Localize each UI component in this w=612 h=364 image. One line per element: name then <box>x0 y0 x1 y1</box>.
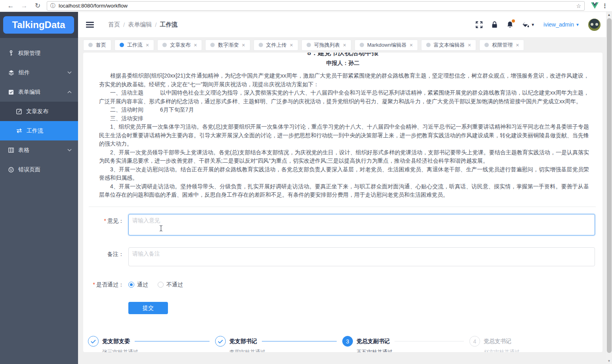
paragraph: 1、组织党员开展一次集体学习活动。各党(总)支部要组织开展一次集体学习讨论，重点… <box>99 123 589 148</box>
sidebar-item-article-publish[interactable]: 文章发布 <box>0 102 78 121</box>
tab-dot-icon <box>210 43 215 47</box>
step-2: 党支部书记 李四审核并通过 <box>215 336 342 352</box>
key-icon <box>8 50 14 56</box>
logo-strip: TalkingData <box>0 12 78 38</box>
tab-richtext-editor[interactable]: 富文本编辑器 × <box>421 40 476 51</box>
browser-chrome: ← → ↻ ⓘ localhost:8080/form/workflow ☆ ⋮ <box>0 0 612 12</box>
close-icon[interactable]: × <box>194 42 197 48</box>
url-bar[interactable]: ⓘ localhost:8080/form/workflow ☆ <box>47 1 585 11</box>
document-body: 根据县委组织部(组织[20xx]21)文件通知精神，为纪念中国共产党建党xx周年… <box>83 72 602 201</box>
table-icon <box>8 148 14 153</box>
scroll-down-icon[interactable]: ▼ <box>606 358 612 364</box>
tab-label: 工作流 <box>127 42 143 49</box>
lock-icon[interactable] <box>491 21 498 28</box>
user-menu[interactable]: iview_admin ▼ <box>543 21 580 28</box>
url-text[interactable]: localhost:8080/form/workflow <box>59 3 576 9</box>
close-icon[interactable]: × <box>516 42 519 48</box>
close-icon[interactable]: × <box>343 42 346 48</box>
breadcrumb-home[interactable]: 首页 <box>108 21 120 28</box>
tab-dot-icon <box>120 43 124 47</box>
tab-dot-icon <box>88 43 93 47</box>
sidebar-item-label: 错误页面 <box>18 166 72 173</box>
fullscreen-icon[interactable] <box>476 21 482 28</box>
tab-label: 可拖拽列表 <box>314 42 340 49</box>
pass-label: *是否通过： <box>83 281 128 288</box>
tab-dot-icon <box>484 43 489 47</box>
applicant: 申报人：孙二 <box>83 60 602 68</box>
scroll-up-icon[interactable]: ▲ <box>606 12 612 18</box>
tab-label: 首页 <box>96 42 106 49</box>
divider <box>89 207 596 207</box>
close-icon[interactable]: × <box>468 42 471 48</box>
theme-bucket-icon[interactable]: ▼ <box>522 21 535 28</box>
step-3-current: 3 党总支副书记 王五审核并通过 <box>342 336 469 352</box>
browser-forward-icon[interactable]: → <box>17 2 31 10</box>
scrollbar-track[interactable] <box>606 18 612 358</box>
tab-file-upload[interactable]: 文件上传 × <box>254 40 298 51</box>
step-4: 4 党总支书记 赵六审核并通过 <box>469 336 520 352</box>
tab-dot-icon <box>360 43 364 47</box>
close-icon[interactable]: × <box>410 42 413 48</box>
browser-reload-icon[interactable]: ↻ <box>31 2 44 10</box>
tab-workflow[interactable]: 工作流 × <box>114 40 154 51</box>
tab-markdown-editor[interactable]: Markdown编辑器 × <box>355 40 418 51</box>
notification-badge <box>512 19 515 23</box>
approval-steps: 党支部支委 张三审核并通过 党支部书记 <box>83 336 602 352</box>
close-icon[interactable]: × <box>146 42 149 48</box>
tab-label: 文章发布 <box>170 42 191 49</box>
step-connector <box>135 341 210 341</box>
chevron-down-icon <box>67 71 72 74</box>
sidebar-item-form-edit[interactable]: 表单编辑 <box>0 82 78 102</box>
sidebar-item-permissions[interactable]: 权限管理 <box>0 44 78 63</box>
breadcrumb-form-edit[interactable]: 表单编辑 <box>128 21 152 28</box>
step-number: 4 <box>469 336 480 347</box>
paragraph: 一、活动主题 以中国特色社会主义理论为指导，深入贯彻落实党的十八大、十八届四中全… <box>99 89 589 106</box>
bookmark-star-icon[interactable]: ☆ <box>576 3 581 9</box>
avatar[interactable] <box>588 19 601 31</box>
submit-button[interactable]: 提交 <box>128 302 168 314</box>
sidebar-item-workflow[interactable]: 工作流 <box>0 121 78 140</box>
sidebar-item-components[interactable]: 组件 <box>0 63 78 82</box>
tab-permissions[interactable]: 权限管理 × <box>479 40 524 51</box>
tab-number-gradient[interactable]: 数字渐变 × <box>205 40 250 51</box>
browser-menu-icon[interactable]: ⋮ <box>602 2 608 9</box>
tab-home[interactable]: 首页 <box>83 40 111 51</box>
radio-fail[interactable]: 不通过 <box>158 281 183 288</box>
paragraph: 三、活动安排 <box>99 114 589 123</box>
notification-bell-icon[interactable] <box>507 21 513 28</box>
tab-dot-icon <box>426 43 431 47</box>
sidebar-item-tables[interactable]: 表格 <box>0 140 78 160</box>
step-check-icon <box>88 336 99 347</box>
step-connector <box>395 341 464 341</box>
scrollbar-thumb[interactable] <box>607 18 612 353</box>
browser-back-icon[interactable]: ← <box>4 2 17 10</box>
page-info-icon[interactable]: ⓘ <box>50 2 55 9</box>
chevron-down-icon: ▼ <box>576 23 580 27</box>
sidebar-item-label: 工作流 <box>27 127 43 135</box>
paragraph: 4、开展一次调研走访活动。坚持领导带头、分级负责，扎实开展好调研走访活动。要真正… <box>99 182 589 199</box>
tab-draggable-list[interactable]: 可拖拽列表 × <box>301 40 351 51</box>
step-number: 3 <box>342 336 353 347</box>
chevron-up-icon <box>67 91 72 93</box>
tab-label: Markdown编辑器 <box>367 42 406 49</box>
text-cursor-icon <box>159 225 163 233</box>
tab-dot-icon <box>307 43 311 47</box>
vue-devtools-icon[interactable] <box>591 2 599 9</box>
close-icon[interactable]: × <box>242 42 245 48</box>
workflow-card: 8：建党节庆祝活动申报 申报人：孙二 根据县委组织部(组织[20xx]21)文件… <box>83 53 602 352</box>
step-1: 党支部支委 张三审核并通过 <box>88 336 215 352</box>
edit-icon <box>16 109 22 114</box>
sidebar-item-label: 文章发布 <box>26 108 48 115</box>
breadcrumb-current: 工作流 <box>160 21 177 28</box>
chevron-down-icon: ▼ <box>531 23 535 27</box>
close-icon[interactable]: × <box>290 42 293 48</box>
note-textarea[interactable] <box>128 247 595 266</box>
opinion-label: *意见： <box>83 214 128 237</box>
radio-dot-icon <box>128 282 134 288</box>
opinion-textarea[interactable] <box>128 214 595 235</box>
tab-article-publish[interactable]: 文章发布 × <box>157 40 202 51</box>
sidebar-item-error-pages[interactable]: 错误页面 <box>0 160 78 179</box>
layers-icon <box>8 70 14 76</box>
radio-pass[interactable]: 通过 <box>128 281 148 288</box>
hamburger-menu-icon[interactable] <box>86 21 94 29</box>
